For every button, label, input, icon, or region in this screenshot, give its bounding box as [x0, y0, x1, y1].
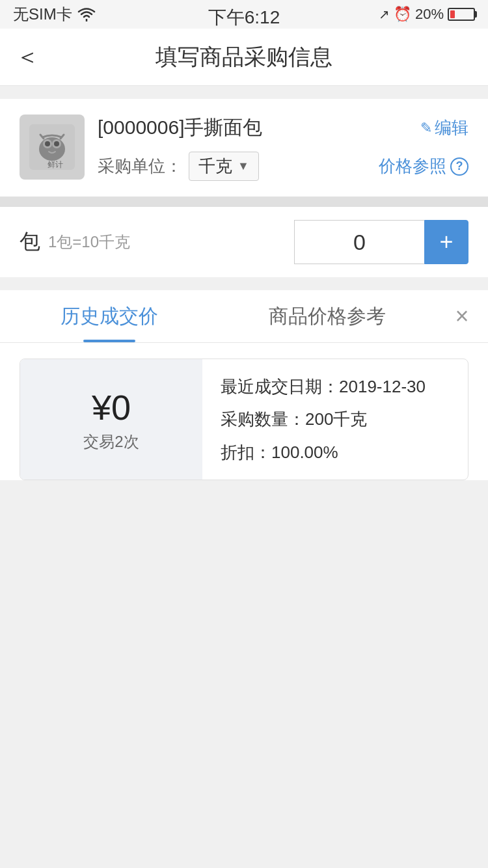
unit-selector-group: 采购单位： 千克 ▼	[98, 152, 259, 181]
section-divider	[0, 197, 488, 207]
nav-bar: ＜ 填写商品采购信息	[0, 29, 488, 86]
history-transactions: 交易2次	[83, 431, 139, 452]
history-price: ¥0	[92, 387, 131, 427]
svg-point-5	[54, 141, 59, 146]
product-card: 鲜计 [0000006]手撕面包 ✎ 编辑 采购单位： 千克 ▼	[0, 99, 488, 197]
product-logo-icon: 鲜计	[29, 124, 75, 170]
product-info: [0000006]手撕面包 ✎ 编辑 采购单位： 千克 ▼ 价格参照	[98, 115, 468, 181]
edit-icon: ✎	[420, 120, 432, 137]
discount-row: 折扣：100.00%	[221, 441, 450, 464]
svg-text:鲜计: 鲜计	[47, 160, 63, 169]
back-button[interactable]: ＜	[16, 41, 39, 73]
history-left-panel: ¥0 交易2次	[20, 359, 202, 480]
tab-price-ref-label: 商品价格参考	[269, 303, 386, 330]
quantity-history-value: 200千克	[305, 409, 367, 429]
wifi-icon	[77, 7, 96, 21]
battery-icon	[448, 8, 475, 21]
tab-history-label: 历史成交价	[61, 303, 158, 330]
edit-button[interactable]: ✎ 编辑	[420, 116, 468, 139]
svg-point-1	[39, 137, 65, 161]
carrier-text: 无SIM卡	[13, 4, 72, 25]
quantity-controls: 0 +	[294, 220, 468, 264]
status-carrier: 无SIM卡	[13, 4, 96, 25]
product-thumbnail: 鲜计	[20, 115, 85, 180]
tabs-header: 历史成交价 商品价格参考 ×	[0, 290, 488, 343]
price-reference-button[interactable]: 价格参照 ?	[379, 155, 468, 178]
quantity-value: 0	[353, 230, 366, 255]
purchase-quantity-row: 采购数量：200千克	[221, 407, 450, 431]
quantity-input[interactable]: 0	[294, 220, 424, 264]
battery-percent: 20%	[415, 6, 444, 23]
status-time: 下午6:12	[208, 5, 280, 30]
quantity-plus-button[interactable]: +	[424, 220, 468, 264]
product-header: [0000006]手撕面包 ✎ 编辑	[98, 115, 468, 141]
unit-value: 千克	[198, 155, 232, 178]
unit-conversion: 1包=10千克	[48, 232, 130, 252]
quantity-row: 包 1包=10千克 0 +	[0, 207, 488, 277]
status-bar: 无SIM卡 下午6:12 ↗ ⏰ 20%	[0, 0, 488, 29]
svg-point-4	[45, 141, 50, 146]
recent-date-row: 最近成交日期：2019-12-30	[221, 375, 450, 398]
unit-row: 采购单位： 千克 ▼ 价格参照 ?	[98, 152, 468, 181]
tab-product-price-reference[interactable]: 商品价格参考	[218, 290, 436, 342]
close-icon: ×	[455, 303, 468, 330]
status-right: ↗ ⏰ 20%	[379, 6, 475, 23]
quantity-label: 采购数量：	[221, 409, 305, 429]
discount-label: 折扣：	[221, 442, 271, 462]
recent-date-value: 2019-12-30	[339, 377, 426, 396]
content-area	[0, 496, 488, 868]
plus-icon: +	[439, 228, 453, 256]
recent-date-label: 最近成交日期：	[221, 377, 339, 396]
location-icon: ↗	[379, 7, 390, 22]
price-ref-help-icon: ?	[450, 157, 468, 176]
tab-active-indicator	[83, 340, 135, 342]
edit-label: 编辑	[435, 116, 468, 139]
unit-arrow-icon: ▼	[237, 159, 249, 173]
tabs-close-button[interactable]: ×	[436, 290, 488, 342]
discount-value: 100.00%	[271, 442, 338, 462]
alarm-icon: ⏰	[394, 6, 411, 23]
unit-label: 采购单位：	[98, 155, 182, 178]
tabs-section: 历史成交价 商品价格参考 × ¥0 交易2次 最近成交日期：2019-12-30…	[0, 290, 488, 480]
history-card: ¥0 交易2次 最近成交日期：2019-12-30 采购数量：200千克 折扣：…	[20, 359, 468, 480]
product-row: 鲜计 [0000006]手撕面包 ✎ 编辑 采购单位： 千克 ▼	[20, 115, 468, 181]
unit-selector[interactable]: 千克 ▼	[189, 152, 259, 181]
price-ref-label: 价格参照	[379, 155, 446, 178]
tab-history-price[interactable]: 历史成交价	[0, 290, 218, 342]
price-ref-help-text: ?	[456, 159, 463, 173]
product-name: [0000006]手撕面包	[98, 115, 262, 141]
page-title: 填写商品采购信息	[156, 42, 332, 72]
quantity-unit-info: 包 1包=10千克	[20, 228, 130, 256]
unit-badge: 包	[20, 228, 40, 256]
history-right-panel: 最近成交日期：2019-12-30 采购数量：200千克 折扣：100.00%	[202, 359, 468, 480]
